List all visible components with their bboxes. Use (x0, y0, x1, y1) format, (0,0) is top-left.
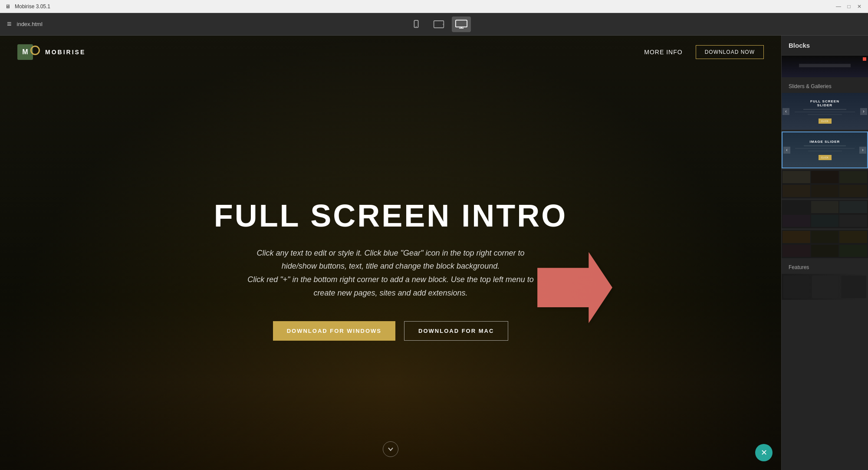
svg-point-3 (443, 24, 444, 25)
full-screen-slider-block[interactable]: FULL SCREENSLIDER CLICK ‹ › (782, 93, 868, 130)
features-block[interactable] (782, 274, 868, 300)
sliders-section-title: Sliders & Galleries (782, 79, 868, 93)
file-name: index.html (17, 21, 43, 27)
hero-title: FULL SCREEN INTRO (214, 198, 568, 233)
app-icon: 🖥 (5, 3, 10, 10)
device-switcher (407, 16, 471, 32)
more-info-link[interactable]: MORE INFO (644, 49, 682, 56)
slider-prev-button[interactable]: ‹ (783, 108, 789, 115)
tablet-view-button[interactable] (429, 16, 448, 32)
maximize-button[interactable]: □ (845, 3, 852, 10)
logo-gear (30, 46, 40, 55)
arrow-indicator (529, 244, 616, 332)
mobile-view-button[interactable] (407, 16, 426, 32)
download-windows-button[interactable]: DOWNLOAD FOR WINDOWS (273, 321, 395, 341)
preview-area: M MOBIRISE MORE INFO DOWNLOAD NOW FULL S… (0, 36, 781, 470)
desktop-view-button[interactable] (452, 16, 471, 32)
logo-text: MOBIRISE (45, 49, 85, 56)
gallery-block-1[interactable] (782, 170, 868, 198)
block-thumbnail-top[interactable] (782, 56, 868, 77)
hero-buttons: DOWNLOAD FOR WINDOWS DOWNLOAD FOR MAC (273, 321, 509, 341)
hero-content: FULL SCREEN INTRO Click any text to edit… (0, 69, 781, 470)
svg-rect-4 (456, 20, 467, 27)
hamburger-menu-icon[interactable]: ≡ (7, 20, 12, 29)
toolbar: ≡ index.html (0, 13, 868, 36)
window-controls: — □ ✕ (835, 3, 863, 10)
hero-section: M MOBIRISE MORE INFO DOWNLOAD NOW FULL S… (0, 36, 781, 470)
gallery-block-2[interactable] (782, 200, 868, 228)
titlebar-left: 🖥 Mobirise 3.05.1 (5, 3, 50, 10)
close-button[interactable]: ✕ (856, 3, 863, 10)
svg-point-1 (416, 26, 417, 27)
main-area: M MOBIRISE MORE INFO DOWNLOAD NOW FULL S… (0, 36, 868, 470)
panel-title: Blocks (782, 36, 868, 56)
site-nav: M MOBIRISE MORE INFO DOWNLOAD NOW (0, 36, 781, 69)
toolbar-left: ≡ index.html (7, 20, 43, 29)
svg-rect-2 (434, 20, 444, 27)
hero-subtitle: Click any text to edit or style it. Clic… (247, 247, 534, 299)
app-container: ≡ index.html (0, 13, 868, 470)
download-now-button[interactable]: DOWNLOAD NOW (696, 45, 764, 59)
svg-marker-7 (537, 252, 612, 323)
app-name: Mobirise 3.05.1 (15, 3, 50, 10)
titlebar: 🖥 Mobirise 3.05.1 — □ ✕ (0, 0, 868, 13)
slider-next-button[interactable]: › (860, 108, 867, 115)
scroll-down-button[interactable] (383, 441, 398, 457)
image-slider-prev-button[interactable]: ‹ (783, 147, 790, 154)
site-logo: M MOBIRISE (17, 44, 85, 60)
image-slider-next-button[interactable]: › (859, 147, 866, 154)
nav-links: MORE INFO DOWNLOAD NOW (644, 45, 764, 59)
image-slider-block[interactable]: IMAGE SLIDER CLICK ‹ › (782, 131, 868, 168)
thumbnail-dot (863, 57, 866, 61)
features-section-title: Features (782, 260, 868, 274)
blocks-panel: Blocks Sliders & Galleries FULL SCREENSL… (781, 36, 868, 470)
minimize-button[interactable]: — (835, 3, 842, 10)
gallery-block-3[interactable] (782, 230, 868, 258)
close-panel-button[interactable]: ✕ (755, 444, 773, 461)
download-mac-button[interactable]: DOWNLOAD FOR MAC (404, 321, 508, 341)
